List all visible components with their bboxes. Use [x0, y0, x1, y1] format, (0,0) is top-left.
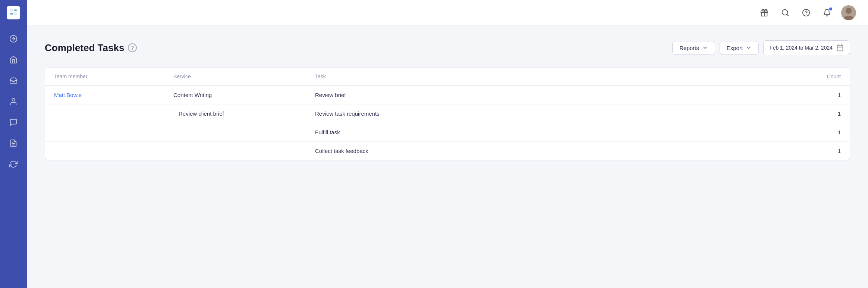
- svg-rect-22: [837, 45, 843, 51]
- help-badge[interactable]: ?: [128, 43, 137, 52]
- table-row: Review client brief Review task requirem…: [45, 104, 850, 123]
- reports-label: Reports: [679, 45, 699, 51]
- sidebar-item-documents[interactable]: [0, 134, 27, 153]
- date-range-text: Feb 1, 2024 to Mar 2, 2024: [770, 45, 833, 51]
- table-row: Fulfill task 1: [45, 123, 850, 142]
- table-header: Team member Service Task Count: [45, 68, 850, 86]
- export-label: Export: [727, 45, 743, 51]
- cell-service-0: Content Writing: [173, 92, 315, 98]
- svg-line-16: [787, 14, 788, 16]
- main-area: Completed Tasks ? Reports Export: [27, 0, 868, 288]
- svg-rect-5: [14, 10, 17, 11]
- export-button[interactable]: Export: [720, 41, 759, 55]
- cell-task-2: Fulfill task: [315, 129, 803, 135]
- calendar-icon: [836, 44, 844, 51]
- svg-rect-4: [10, 10, 13, 12]
- notification-icon[interactable]: [820, 6, 834, 19]
- completed-tasks-table: Team member Service Task Count Matt Bowi…: [45, 67, 850, 160]
- app-header: [27, 0, 868, 25]
- chevron-down-icon-export: [746, 45, 752, 51]
- cell-member-0[interactable]: Matt Bowie: [54, 92, 173, 98]
- controls-row: Reports Export Feb 1, 2024 to Mar 2, 202…: [672, 40, 850, 55]
- svg-rect-7: [14, 12, 17, 14]
- col-header-count: Count: [803, 73, 841, 79]
- page-content: Completed Tasks ? Reports Export: [27, 25, 868, 288]
- cell-count-0: 1: [803, 92, 841, 98]
- gift-icon[interactable]: [758, 6, 771, 19]
- col-header-team-member: Team member: [54, 73, 173, 79]
- user-avatar[interactable]: [841, 5, 856, 20]
- svg-point-10: [12, 98, 15, 101]
- cell-count-2: 1: [803, 129, 841, 135]
- page-title-row: Completed Tasks ?: [45, 42, 137, 54]
- page-title: Completed Tasks: [45, 42, 124, 54]
- chevron-down-icon: [702, 45, 708, 51]
- sidebar-nav: [0, 25, 27, 174]
- sidebar-logo[interactable]: [0, 0, 27, 25]
- svg-point-20: [846, 8, 852, 14]
- col-header-service: Service: [173, 73, 315, 79]
- cell-task-0: Review brief: [315, 92, 803, 98]
- svg-rect-6: [10, 13, 13, 15]
- sidebar-item-chat[interactable]: [0, 113, 27, 132]
- col-header-task: Task: [315, 73, 803, 79]
- sidebar-item-home[interactable]: [0, 50, 27, 69]
- cell-count-3: 1: [803, 148, 841, 154]
- sidebar-item-navigate[interactable]: [0, 29, 27, 48]
- sidebar-item-inbox[interactable]: [0, 71, 27, 90]
- sidebar-item-contacts[interactable]: [0, 92, 27, 111]
- sidebar: [0, 0, 27, 288]
- sidebar-item-refresh[interactable]: [0, 154, 27, 174]
- cell-service-1: Review client brief: [173, 110, 315, 117]
- help-icon[interactable]: [799, 6, 813, 19]
- table-row: Collect task feedback 1: [45, 142, 850, 160]
- cell-task-1: Review task requirements: [315, 110, 803, 117]
- date-range-button[interactable]: Feb 1, 2024 to Mar 2, 2024: [763, 40, 850, 55]
- table-row: Matt Bowie Content Writing Review brief …: [45, 86, 850, 104]
- search-icon[interactable]: [779, 6, 792, 19]
- notification-badge: [828, 7, 833, 11]
- cell-task-3: Collect task feedback: [315, 148, 803, 154]
- reports-button[interactable]: Reports: [672, 41, 715, 55]
- app-logo-icon: [7, 6, 20, 19]
- page-header: Completed Tasks ? Reports Export: [45, 40, 850, 55]
- cell-count-1: 1: [803, 110, 841, 117]
